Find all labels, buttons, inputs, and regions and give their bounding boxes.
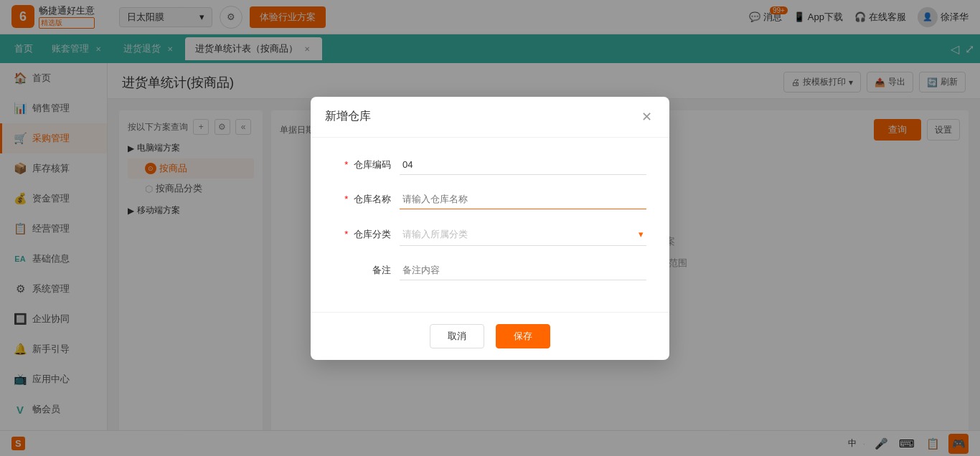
modal-body: * 仓库编码 * 仓库名称 * 仓库分类 请输入所属 <box>311 138 669 312</box>
category-select[interactable]: 请输入所属分类 ▾ <box>400 224 646 246</box>
code-input[interactable] <box>400 155 646 175</box>
save-button[interactable]: 保存 <box>496 324 550 348</box>
required-star-category: * <box>344 229 348 239</box>
cancel-button[interactable]: 取消 <box>430 324 484 348</box>
code-label: * 仓库编码 <box>334 158 391 171</box>
note-input[interactable] <box>400 260 646 280</box>
required-star-code: * <box>344 159 348 170</box>
modal-title: 新增仓库 <box>325 109 371 124</box>
name-label: * 仓库名称 <box>334 193 391 206</box>
modal-overlay[interactable]: 新增仓库 ✕ * 仓库编码 * 仓库名称 <box>0 0 980 456</box>
form-row-code: * 仓库编码 <box>334 155 646 175</box>
note-label: 备注 <box>334 264 391 277</box>
category-placeholder: 请输入所属分类 <box>402 228 468 241</box>
modal-close-btn[interactable]: ✕ <box>638 108 655 125</box>
form-row-note: 备注 <box>334 260 646 280</box>
form-row-name: * 仓库名称 <box>334 189 646 209</box>
name-input[interactable] <box>400 189 646 209</box>
category-dropdown-icon: ▾ <box>639 229 644 239</box>
category-label: * 仓库分类 <box>334 228 391 241</box>
modal-header: 新增仓库 ✕ <box>311 97 669 138</box>
form-row-category: * 仓库分类 请输入所属分类 ▾ <box>334 224 646 246</box>
modal-new-warehouse: 新增仓库 ✕ * 仓库编码 * 仓库名称 <box>311 97 669 360</box>
modal-footer: 取消 保存 <box>311 312 669 360</box>
required-star-name: * <box>344 194 348 204</box>
